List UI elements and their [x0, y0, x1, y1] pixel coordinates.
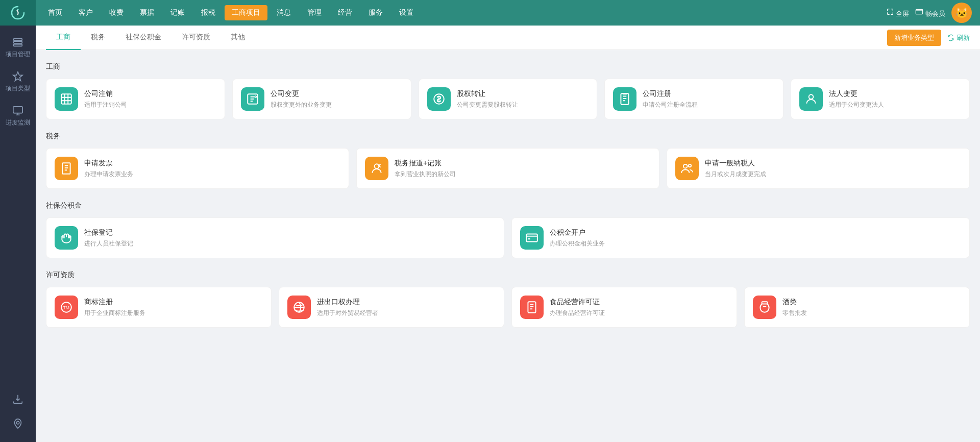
refresh-button[interactable]: 刷新 [947, 33, 970, 42]
nav-item-服务[interactable]: 服务 [361, 5, 390, 20]
nav-item-票据[interactable]: 票据 [133, 5, 161, 20]
sidebar-label-project-management: 项目管理 [6, 50, 30, 59]
card-desc: 适用于注销公司 [84, 101, 216, 109]
tab-许可资质[interactable]: 许可资质 [172, 26, 220, 50]
service-card-股权转让[interactable]: 股权转让公司变更需要股权转让 [419, 79, 598, 119]
service-card-酒类[interactable]: 酒类零售批发 [744, 287, 970, 328]
service-card-公积金开户[interactable]: 公积金开户办理公积金相关业务 [511, 217, 970, 258]
svg-rect-4 [14, 44, 22, 46]
svg-point-7 [16, 421, 19, 424]
mascot-avatar: 🐱 [951, 3, 972, 23]
card-text-公积金开户: 公积金开户办理公积金相关业务 [550, 228, 961, 248]
svg-rect-14 [62, 163, 70, 174]
card-desc: 用于企业商标注册服务 [84, 309, 263, 317]
card-title: 公积金开户 [550, 228, 961, 237]
sidebar: 项目管理 项目类型 进度监测 [0, 26, 36, 442]
svg-point-16 [683, 164, 688, 168]
tab-社保公积金[interactable]: 社保公积金 [115, 26, 172, 50]
section-工商: 工商公司注销适用于注销公司公司变更股权变更外的业务变更股权转让公司变更需要股权转… [46, 62, 970, 119]
card-icon-公积金开户 [520, 226, 544, 250]
svg-rect-1 [916, 9, 923, 14]
svg-marker-5 [13, 72, 22, 81]
main-content: 工商税务社保公积金许可资质其他 新增业务类型 刷新 工商公司注销适用于注销公司公… [36, 26, 980, 442]
card-text-股权转让: 股权转让公司变更需要股权转让 [457, 89, 589, 109]
card-icon-食品经营许可证 [520, 296, 544, 319]
svg-point-17 [689, 164, 691, 167]
card-desc: 适用于对外贸易经营者 [317, 309, 496, 317]
card-icon-公司注销 [55, 87, 78, 111]
sidebar-label-project-types: 项目类型 [6, 84, 30, 93]
sidebar-location-icon[interactable] [8, 413, 28, 434]
content-area: 工商公司注销适用于注销公司公司变更股权变更外的业务变更股权转让公司变更需要股权转… [36, 50, 980, 442]
service-card-公司变更[interactable]: 公司变更股权变更外的业务变更 [232, 79, 411, 119]
service-card-申请发票[interactable]: 申请发票办理申请发票业务 [46, 148, 349, 189]
cards-grid-许可资质: TM商标注册用于企业商标注册服务进出口权办理适用于对外贸易经营者食品经营许可证办… [46, 287, 970, 328]
section-社保公积金: 社保公积金社保登记进行人员社保登记公积金开户办理公积金相关业务 [46, 201, 970, 258]
card-title: 股权转让 [457, 89, 589, 99]
card-desc: 股权变更外的业务变更 [271, 101, 403, 109]
svg-rect-8 [61, 94, 71, 104]
svg-rect-12 [623, 93, 627, 94]
svg-point-15 [375, 164, 379, 168]
card-desc: 办理食品经营许可证 [550, 309, 728, 317]
card-title: 商标注册 [84, 298, 263, 307]
nav-item-经营[interactable]: 经营 [331, 5, 359, 20]
card-title: 申请一般纳税人 [705, 159, 961, 168]
service-card-申请一般纳税人[interactable]: 申请一般纳税人当月或次月成变更完成 [667, 148, 970, 189]
service-card-法人变更[interactable]: 法人变更适用于公司变更法人 [791, 79, 970, 119]
service-card-税务报道+记账[interactable]: 税务报道+记账拿到营业执照的新公司 [356, 148, 659, 189]
card-desc: 零售批发 [782, 309, 961, 317]
card-desc: 公司变更需要股权转让 [457, 101, 589, 109]
nav-item-报税[interactable]: 报税 [194, 5, 223, 20]
card-icon-商标注册: TM [55, 296, 78, 319]
add-type-button[interactable]: 新增业务类型 [887, 30, 941, 46]
nav-item-工商项目[interactable]: 工商项目 [225, 5, 267, 20]
card-desc: 拿到营业执照的新公司 [395, 170, 651, 179]
service-card-公司注册[interactable]: 公司注册申请公司注册全流程 [604, 79, 783, 119]
sidebar-item-progress-monitor[interactable]: 进度监测 [0, 99, 36, 133]
sidebar-download-icon[interactable] [8, 389, 28, 409]
tab-工商[interactable]: 工商 [46, 26, 81, 50]
section-许可资质: 许可资质TM商标注册用于企业商标注册服务进出口权办理适用于对外贸易经营者食品经营… [46, 271, 970, 328]
logo[interactable] [0, 0, 36, 26]
sidebar-item-project-management[interactable]: 项目管理 [0, 31, 36, 65]
card-text-申请一般纳税人: 申请一般纳税人当月或次月成变更完成 [705, 159, 961, 179]
tab-税务[interactable]: 税务 [81, 26, 115, 50]
svg-rect-2 [14, 39, 22, 41]
card-text-税务报道+记账: 税务报道+记账拿到营业执照的新公司 [395, 159, 651, 179]
nav-item-客户[interactable]: 客户 [71, 5, 100, 20]
card-icon-法人变更 [799, 87, 823, 111]
fullscreen-button[interactable]: 全屏 [886, 8, 910, 18]
card-title: 法人变更 [829, 89, 961, 99]
sidebar-label-progress-monitor: 进度监测 [6, 118, 30, 127]
card-desc: 申请公司注册全流程 [643, 101, 775, 109]
card-title: 公司变更 [271, 89, 403, 99]
card-desc: 适用于公司变更法人 [829, 101, 961, 109]
service-card-公司注销[interactable]: 公司注销适用于注销公司 [46, 79, 225, 119]
service-card-商标注册[interactable]: TM商标注册用于企业商标注册服务 [46, 287, 272, 328]
nav-item-首页[interactable]: 首页 [41, 5, 69, 20]
nav-item-记账[interactable]: 记账 [163, 5, 192, 20]
service-card-食品经营许可证[interactable]: 食品经营许可证办理食品经营许可证 [511, 287, 737, 328]
svg-rect-18 [526, 234, 537, 241]
nav-item-管理[interactable]: 管理 [300, 5, 329, 20]
tab-其他[interactable]: 其他 [220, 26, 255, 50]
section-title-社保公积金: 社保公积金 [46, 201, 970, 210]
card-icon-税务报道+记账 [365, 157, 388, 180]
section-税务: 税务申请发票办理申请发票业务税务报道+记账拿到营业执照的新公司申请一般纳税人当月… [46, 132, 970, 189]
service-card-社保登记[interactable]: 社保登记进行人员社保登记 [46, 217, 504, 258]
card-text-进出口权办理: 进出口权办理适用于对外贸易经营者 [317, 298, 496, 317]
nav-item-设置[interactable]: 设置 [392, 5, 421, 20]
card-title: 食品经营许可证 [550, 298, 728, 307]
member-button[interactable]: 畅会员 [915, 8, 945, 18]
card-title: 公司注册 [643, 89, 775, 99]
card-text-申请发票: 申请发票办理申请发票业务 [84, 159, 340, 179]
cards-grid-工商: 公司注销适用于注销公司公司变更股权变更外的业务变更股权转让公司变更需要股权转让公… [46, 79, 970, 119]
nav-item-消息[interactable]: 消息 [270, 5, 298, 20]
sidebar-item-project-types[interactable]: 项目类型 [0, 65, 36, 99]
nav-item-收费[interactable]: 收费 [102, 5, 131, 20]
svg-rect-3 [14, 41, 22, 43]
service-card-进出口权办理[interactable]: 进出口权办理适用于对外贸易经营者 [279, 287, 504, 328]
svg-rect-19 [528, 238, 530, 239]
svg-point-0 [17, 9, 18, 10]
